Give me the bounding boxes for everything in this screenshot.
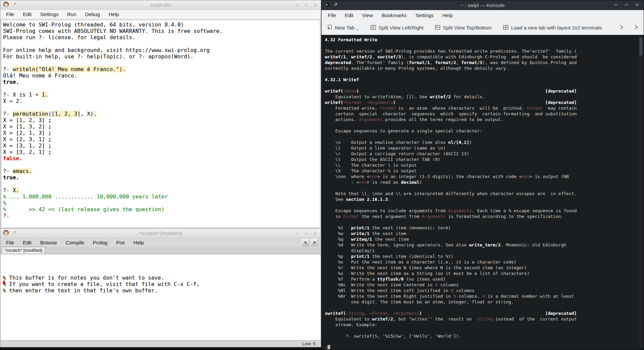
pin-icon [333, 2, 338, 8]
text-line [325, 328, 643, 333]
text-line: \% The character % is output [325, 168, 643, 174]
close-button[interactable] [635, 2, 640, 8]
scratch-menubar: FileEditBrowseCompilePrologPceHelp [0, 238, 321, 247]
text-line: X = [3, 1, 2] ; [3, 142, 320, 149]
menu-item-help[interactable]: Help [104, 10, 123, 18]
menu-item-bookmarks[interactable]: Bookmarks [377, 11, 411, 19]
layout-2x2-icon [503, 24, 509, 31]
text-line: writef/1, writef/2, swritef/3), is compa… [325, 54, 643, 60]
buffer-tabbar: *scratch* [modified] [0, 247, 321, 254]
menu-item-file[interactable]: File [2, 238, 18, 247]
navigate-forward-button[interactable] [310, 239, 318, 246]
text-line: ?- writeln("Olá! Meu nome é Franco."). [3, 66, 320, 72]
minimize-button[interactable] [295, 3, 299, 7]
menu-item-compile[interactable]: Compile [61, 238, 89, 247]
close-button[interactable] [313, 3, 317, 7]
text-line: Escape sequences to include arguments fr… [325, 208, 643, 214]
split-left-right-icon [370, 24, 376, 31]
text-line: display/1 [325, 248, 643, 253]
menu-item-pce[interactable]: Pce [112, 238, 129, 247]
konsole-menubar: FileEditViewBookmarksSettingsHelp [321, 10, 644, 20]
text-line: stream. Example: [325, 322, 643, 328]
menu-overflow-chevron-icon[interactable] [634, 24, 639, 31]
swipl-titlebar[interactable]: swipl-win [0, 0, 321, 10]
menu-item-edit[interactable]: Edit [18, 10, 36, 18]
scratch-titlebar[interactable]: *scratch* [modified] [0, 229, 321, 238]
menu-item-prolog[interactable]: Prolog [89, 238, 112, 247]
text-line: % This buffer is for notes you don't wan… [3, 275, 320, 281]
maximize-button[interactable] [624, 2, 629, 8]
menu-item-edit[interactable]: Edit [340, 11, 358, 19]
pin-icon [12, 2, 17, 8]
menu-item-file[interactable]: File [324, 11, 340, 19]
text-line: : [325, 345, 643, 349]
text-line: % then enter the text in that file's own… [3, 287, 320, 294]
menu-item-browse[interactable]: Browse [36, 238, 61, 247]
text-line: % [3, 200, 320, 206]
split-view-left-right-button[interactable]: Split View Left/Right [370, 24, 423, 31]
maximize-button[interactable] [304, 231, 308, 236]
text-line: X = [1, 2, 3] ; [3, 117, 320, 123]
text-line: X = [2, 3, 1] ; [3, 136, 320, 142]
text-line: in Format the next argument from Argumen… [325, 214, 643, 219]
menu-item-help[interactable]: Help [438, 11, 457, 19]
text-line: Please run ?- license. for legal details… [3, 34, 320, 41]
menu-item-view[interactable]: View [358, 11, 377, 19]
prolog-console[interactable]: Welcome to SWI-Prolog (threaded, 64 bits… [1, 20, 320, 228]
text-line: %Nr Write the next item Right justified … [325, 293, 643, 299]
toolbar-label: Split View Left/Right [378, 25, 423, 31]
text-line [325, 82, 643, 88]
menu-item-file[interactable]: File [2, 10, 18, 18]
menu-item-debug[interactable]: Debug [81, 10, 104, 18]
text-line: ?- X is 1 + 1. [3, 92, 320, 98]
text-line: \t Output the ASCII character TAB (9) [325, 157, 643, 162]
menu-item-settings[interactable]: Settings [411, 11, 438, 19]
konsole-titlebar[interactable]: ~ : swipl — Konsole [321, 0, 644, 10]
text-line [3, 162, 320, 168]
menu-item-help[interactable]: Help [129, 238, 148, 247]
terminal-scrollbar[interactable] [639, 36, 643, 348]
toolbar-overflow-chevron-icon[interactable] [619, 24, 624, 31]
window-title: swipl-win [0, 2, 321, 8]
new-tab-button[interactable]: New Tab [327, 23, 359, 33]
text-line: ?- emacs. [3, 168, 320, 174]
text-line: true. [3, 174, 320, 181]
text-line: %Nc Write the next item Centered in N co… [325, 282, 643, 288]
scrollbar-thumb[interactable] [639, 38, 643, 56]
text-line: %w write/1 the next item [325, 231, 643, 236]
swipl-window: swipl-win FileEditSettingsRunDebugHelp W… [0, 0, 321, 229]
text-line: 4.32.1 Writef [325, 77, 643, 82]
menu-item-run[interactable]: Run [63, 10, 81, 18]
text-line: For built-in help, use ?- help(Topic). o… [3, 53, 320, 60]
text-line [325, 219, 643, 225]
toolbar-label: Load a new tab with layout 2x2 terminals [511, 25, 602, 31]
text-line: false. [3, 155, 320, 162]
terminal-output[interactable]: 4.32 Formatted Write The current version… [322, 35, 643, 349]
menu-item-settings[interactable]: Settings [36, 10, 63, 18]
layout-2x2-button[interactable]: Load a new tab with layout 2x2 terminals [503, 24, 602, 31]
minimize-button[interactable] [295, 231, 299, 236]
text-line [325, 305, 643, 310]
split-view-top-bottom-button[interactable]: Split View Top/Bottom [435, 24, 491, 31]
emacs-buffer[interactable]: % This buffer is for notes you don't wan… [1, 254, 320, 340]
menu-item-edit[interactable]: Edit [18, 238, 36, 247]
text-line: Olá! Meu nome é Franco. [3, 72, 320, 79]
text-line: Equivalent to writef/2, but "writes'' th… [325, 316, 643, 322]
text-line: ?- permutation([1, 2, 3], X). [3, 111, 320, 117]
tab-scratch[interactable]: *scratch* [modified] [2, 247, 45, 254]
close-button[interactable] [313, 231, 317, 236]
navigate-back-button[interactable] [302, 239, 309, 246]
text-line: X = 2. [3, 98, 320, 104]
maximize-button[interactable] [304, 3, 308, 7]
text-line [325, 339, 643, 345]
text-line: SWI-Prolog comes with ABSOLUTELY NO WARR… [3, 28, 320, 34]
text-line [3, 85, 320, 92]
text-line: X = [2, 1, 3] ; [3, 130, 320, 136]
minimize-button[interactable] [613, 2, 618, 8]
swipl-menubar: FileEditSettingsRunDebugHelp [0, 10, 321, 19]
text-line: Note that \l, \nnn and \\ are interprete… [325, 191, 643, 196]
text-line [3, 41, 320, 47]
text-line: %n Put the next item as a character (i.e… [325, 259, 643, 265]
text-line: X = [3, 2, 1] ; [3, 149, 320, 155]
text-line: ?- [3, 213, 320, 219]
